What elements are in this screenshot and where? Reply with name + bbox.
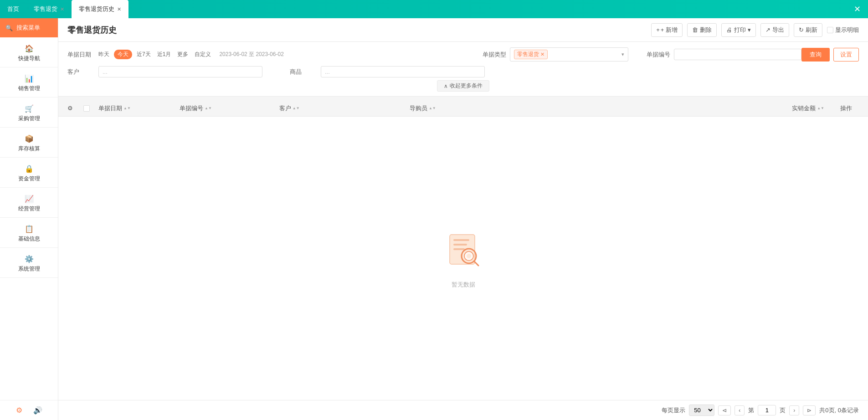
guide-sort-icon: ▲▼ [429,107,436,110]
col-action: 操作 [828,104,864,113]
plus-icon: + [656,26,660,33]
main-layout: 🔍 搜索菜单 🏠 快捷导航 📊 销售管理 🛒 采购管理 📦 库存核算 🔒 资金管… [0,18,868,420]
customer-filter-wrap: 客户 [67,66,262,77]
show-detail-toggle[interactable]: 显示明细 [827,26,859,34]
table-area: ⚙ 单据日期 ▲▼ 单据编号 ▲▼ 客户 ▲▼ 导购员 [58,100,868,420]
filter-area: 单据日期 昨天 今天 近7天 近1月 更多 自定义 2023-06-02 至 2… [58,42,868,97]
date-opt-custom[interactable]: 自定义 [193,50,213,59]
sidebar-item-purchase-mgmt-label: 采购管理 [18,115,40,123]
date-filter-label: 单据日期 [67,51,95,59]
page-title: 零售退货历史 [67,25,651,36]
prev-page-button[interactable]: ‹ [734,405,745,415]
sidebar-item-finance[interactable]: 🔒 资金管理 [0,158,58,188]
query-button[interactable]: 查询 [801,48,830,61]
sidebar-item-inventory-label: 库存核算 [18,145,40,153]
bill-number-input[interactable] [674,49,801,60]
page-label: 第 [748,406,754,415]
bill-type-select[interactable]: 零售退货 ✕ ▾ [510,47,628,61]
sidebar-item-inventory[interactable]: 📦 库存核算 [0,128,58,158]
bill-sort-icon: ▲▼ [205,107,212,110]
refresh-button[interactable]: ↻ 刷新 [794,23,822,37]
bill-number-filter-wrap: 单据编号 [647,49,801,60]
delete-button[interactable]: 🗑 删除 [687,23,717,37]
date-opt-today[interactable]: 今天 [114,50,132,59]
toolbar: + + 新增 🗑 删除 🖨 打印 ▾ ↗ 导出 ↻ [651,23,859,37]
clipboard-icon: 📋 [25,224,34,233]
empty-state: 暂无数据 [58,117,868,400]
setting-button[interactable]: 设置 [833,48,859,61]
table-settings-icon[interactable]: ⚙ [67,105,73,112]
window-close-button[interactable]: ✕ [854,4,861,14]
print-dropdown-icon: ▾ [748,26,751,33]
empty-icon [441,228,486,273]
sidebar: 🔍 搜索菜单 🏠 快捷导航 📊 销售管理 🛒 采购管理 📦 库存核算 🔒 资金管… [0,18,58,420]
cart-icon: 🛒 [25,104,34,113]
col-settings[interactable]: ⚙ [62,105,78,112]
chart-icon: 📊 [25,74,34,83]
last-page-button[interactable]: ⊳ [803,405,816,415]
sidebar-item-sales-mgmt[interactable]: 📊 销售管理 [0,67,58,97]
show-detail-checkbox[interactable] [827,27,833,33]
goods-filter-wrap: 商品 [290,66,485,77]
sidebar-item-quick-nav[interactable]: 🏠 快捷导航 [0,37,58,67]
first-page-button[interactable]: ⊲ [718,405,731,415]
select-all-checkbox[interactable] [83,105,90,112]
export-button[interactable]: ↗ 导出 [760,23,789,37]
customer-input[interactable] [98,66,262,77]
print-button[interactable]: 🖨 打印 ▾ [721,23,756,37]
content-area: 零售退货历史 + + 新增 🗑 删除 🖨 打印 ▾ ↗ 导出 [58,18,868,420]
date-opt-more[interactable]: 更多 [175,50,190,59]
sidebar-item-finance-label: 资金管理 [18,175,40,183]
sidebar-item-sales-mgmt-label: 销售管理 [18,85,40,92]
svg-rect-1 [453,239,469,241]
box-icon: 📦 [25,134,34,143]
sidebar-settings-icon[interactable]: ⚙ [16,406,22,415]
page-input[interactable] [758,405,776,415]
bill-type-tag: 零售退货 ✕ [514,50,548,59]
svg-point-7 [467,254,471,258]
export-icon: ↗ [765,26,770,33]
bill-type-filter-wrap: 单据类型 零售退货 ✕ ▾ [483,47,628,61]
sidebar-item-system-mgmt-label: 系统管理 [18,265,40,273]
collapse-button[interactable]: ∧ 收起更多条件 [437,80,489,92]
sidebar-item-system-mgmt[interactable]: ⚙️ 系统管理 [0,248,58,278]
date-opt-last-month[interactable]: 近1月 [155,50,173,59]
bill-type-tag-close[interactable]: ✕ [540,51,544,57]
col-date[interactable]: 单据日期 ▲▼ [95,104,176,113]
search-icon: 🔍 [5,25,13,31]
refresh-icon: ↻ [799,26,804,33]
pagination: 每页显示 50 100 200 ⊲ ‹ 第 页 › ⊳ 共0页, 0条记录 [58,400,868,420]
date-opt-last7[interactable]: 近7天 [135,50,153,59]
goods-input[interactable] [321,66,485,77]
new-button[interactable]: + + 新增 [651,23,683,37]
customer-sort-icon: ▲▼ [293,107,300,110]
svg-rect-2 [453,244,467,246]
col-customer[interactable]: 客户 ▲▼ [276,104,406,113]
customer-label: 客户 [67,68,95,76]
goods-label: 商品 [290,68,317,76]
col-bill-no[interactable]: 单据编号 ▲▼ [176,104,276,113]
col-amount[interactable]: 实销金额 ▲▼ [759,104,828,113]
sidebar-item-base-info[interactable]: 📋 基础信息 [0,218,58,248]
date-opt-yesterday[interactable]: 昨天 [97,50,111,59]
tab-home[interactable]: 首页 [0,0,26,18]
tab-retail-return-history[interactable]: 零售退货历史 ✕ [72,0,128,18]
col-guide[interactable]: 导购员 ▲▼ [406,104,506,113]
per-page-select[interactable]: 50 100 200 [689,405,714,416]
operations-icon: 📈 [25,194,34,203]
date-options: 昨天 今天 近7天 近1月 更多 自定义 2023-06-02 至 2023-0… [97,50,284,59]
tab-retail-return[interactable]: 零售退货 ✕ [26,0,72,18]
sidebar-item-purchase-mgmt[interactable]: 🛒 采购管理 [0,97,58,128]
bill-number-label: 单据编号 [647,51,670,59]
sidebar-item-base-info-label: 基础信息 [18,235,40,243]
sidebar-search[interactable]: 🔍 搜索菜单 [0,18,58,37]
col-checkbox[interactable] [78,105,95,112]
sidebar-sound-icon[interactable]: 🔊 [33,406,42,415]
tab-retail-return-close[interactable]: ✕ [60,6,64,12]
tab-retail-return-history-close[interactable]: ✕ [117,6,121,12]
next-page-button[interactable]: › [789,405,799,415]
collapse-icon: ∧ [444,83,448,89]
empty-text: 暂无数据 [452,281,475,289]
sidebar-item-operations[interactable]: 📈 经营管理 [0,188,58,218]
pagination-summary: 共0页, 0条记录 [819,406,859,415]
